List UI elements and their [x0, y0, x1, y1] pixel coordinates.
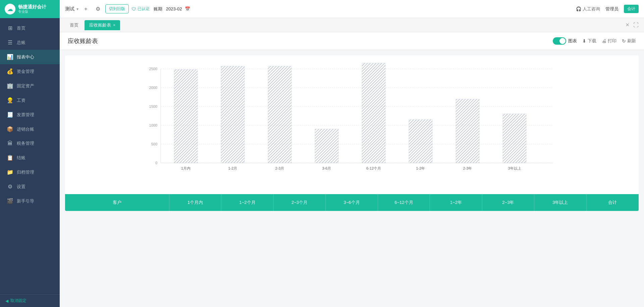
th-1month: 1个月内 [169, 194, 221, 211]
cancel-fixed-icon: ◀ [5, 299, 8, 303]
sidebar-item-tax[interactable]: 🏛 税务管理 [0, 136, 60, 150]
project-chevron-icon: ▾ [76, 7, 78, 11]
assets-icon: 🏢 [7, 83, 13, 89]
sidebar-nav: ⊞ 首页 ☰ 总账 📊 报表中心 💰 资金管理 🏢 固定资产 [0, 18, 60, 211]
sidebar-item-archive[interactable]: 📁 归档管理 [0, 165, 60, 179]
shield-icon: 🛡 [131, 6, 136, 12]
svg-rect-23 [362, 63, 385, 163]
chart-container: 0 500 1000 1500 2000 2500 1月内 1-2月 [65, 55, 639, 194]
sales-icon: 📦 [7, 126, 13, 132]
reports-icon: 📊 [7, 54, 13, 60]
settings-button[interactable]: ⚙ [93, 4, 103, 14]
download-icon: ⬇ [582, 38, 586, 44]
download-button[interactable]: ⬇ 下载 [582, 38, 596, 44]
chart-toggle[interactable] [553, 37, 566, 45]
sidebar-item-label: 资金管理 [17, 69, 34, 75]
sidebar-item-guide[interactable]: 🎬 新手引导 [0, 194, 60, 208]
topbar: 测试 ▾ + ⚙ 切到旧版 🛡 已认证 账期 2023-02 📅 🎧 人工咨询 … [60, 0, 644, 18]
svg-text:500: 500 [151, 142, 157, 146]
svg-rect-25 [409, 120, 432, 163]
logo-icon: ☁ [5, 4, 15, 14]
period-value: 2023-02 [166, 6, 182, 11]
sidebar-item-label: 进销台账 [17, 126, 34, 132]
funds-icon: 💰 [7, 68, 13, 75]
sidebar-item-label: 税务管理 [17, 140, 34, 146]
headset-icon: 🎧 [576, 6, 581, 11]
page-title: 应收账龄表 [68, 37, 98, 45]
project-selector[interactable]: 测试 ▾ [65, 6, 78, 12]
logo-sub: 专业版 [18, 9, 46, 14]
svg-text:3年以上: 3年以上 [508, 166, 521, 170]
th-2to3year: 2~3年 [482, 194, 534, 211]
th-1to2month: 1~2个月 [221, 194, 273, 211]
refresh-icon: ↻ [622, 38, 626, 44]
sidebar-item-funds[interactable]: 💰 资金管理 [0, 64, 60, 79]
th-1to2year: 1~2年 [430, 194, 482, 211]
certified-badge: 🛡 已认证 [131, 6, 150, 12]
invoice-icon: 🧾 [7, 112, 13, 118]
sidebar-item-reports[interactable]: 📊 报表中心 [0, 50, 60, 64]
sidebar-scroll-area: ⊞ 首页 ☰ 总账 📊 报表中心 💰 资金管理 🏢 固定资产 [0, 18, 60, 294]
home-icon: ⊞ [7, 25, 13, 31]
ledger-icon: ☰ [7, 39, 13, 46]
window-expand-icon[interactable]: ⛶ [633, 22, 639, 28]
tabbar: 首页 应收账龄表 × × ⛶ [60, 18, 644, 32]
switch-version-button[interactable]: 切到旧版 [105, 4, 129, 13]
consult-label: 人工咨询 [583, 6, 600, 12]
salary-icon: 👷 [7, 97, 13, 103]
window-close-icon[interactable]: × [626, 21, 629, 29]
svg-text:0: 0 [155, 161, 157, 165]
calendar-icon[interactable]: 📅 [185, 6, 190, 11]
sidebar-item-label: 结账 [17, 155, 25, 161]
svg-text:1-2月: 1-2月 [228, 166, 237, 170]
topbar-right: 🎧 人工咨询 管理员 会计 [576, 5, 639, 13]
table-header: 客户 1个月内 1~2个月 2~3个月 3~6个月 6~12个月 1~2年 2~… [65, 194, 639, 211]
sidebar-item-salary[interactable]: 👷 工资 [0, 93, 60, 107]
sidebar-item-label: 报表中心 [17, 54, 34, 60]
sidebar-item-closing[interactable]: 📋 结账 [0, 150, 60, 165]
svg-rect-15 [174, 70, 198, 163]
tab-aging-label: 应收账龄表 [89, 22, 111, 28]
guide-icon: 🎬 [7, 198, 13, 204]
cancel-fixed-label: 取消固定 [10, 298, 26, 304]
svg-rect-27 [456, 99, 479, 163]
svg-text:1500: 1500 [149, 104, 157, 108]
chart-toggle-label: 图表 [568, 38, 577, 44]
sidebar: ☁ 畅捷通好会计 专业版 ⊞ 首页 ☰ 总账 📊 报表中心 [0, 0, 60, 307]
sidebar-item-ledger[interactable]: ☰ 总账 [0, 35, 60, 50]
tab-close-icon[interactable]: × [113, 23, 115, 28]
closing-icon: 📋 [7, 155, 13, 161]
th-2to3month: 2~3个月 [274, 194, 326, 211]
sidebar-item-label: 总账 [17, 40, 25, 46]
sidebar-item-home[interactable]: ⊞ 首页 [0, 21, 60, 35]
sidebar-item-label: 固定资产 [17, 83, 34, 89]
svg-text:2500: 2500 [149, 67, 157, 71]
sidebar-item-invoice[interactable]: 🧾 发票管理 [0, 107, 60, 122]
sidebar-item-sales[interactable]: 📦 进销台账 [0, 122, 60, 136]
sidebar-item-settings[interactable]: ⚙ 设置 [0, 179, 60, 194]
user-label[interactable]: 管理员 [605, 6, 619, 12]
chart-toggle-wrap: 图表 [553, 37, 577, 45]
add-button[interactable]: + [81, 4, 91, 14]
th-3to6month: 3~6个月 [326, 194, 378, 211]
sidebar-item-assets[interactable]: 🏢 固定资产 [0, 79, 60, 93]
svg-text:1-2年: 1-2年 [416, 166, 425, 170]
sidebar-item-label: 新手引导 [17, 198, 34, 204]
tab-home[interactable]: 首页 [65, 20, 83, 30]
svg-text:2000: 2000 [149, 86, 157, 90]
svg-text:6-12个月: 6-12个月 [366, 166, 381, 170]
table-container: 客户 1个月内 1~2个月 2~3个月 3~6个月 6~12个月 1~2年 2~… [65, 194, 639, 211]
svg-text:2-3月: 2-3月 [275, 166, 284, 170]
cancel-fixed-btn[interactable]: ◀ 取消固定 [0, 294, 60, 307]
period-label: 账期 2023-02 [154, 6, 182, 12]
print-button[interactable]: 🖨 打印 [602, 38, 616, 44]
project-name: 测试 [65, 6, 74, 12]
consult-button[interactable]: 🎧 人工咨询 [576, 6, 600, 12]
refresh-button[interactable]: ↻ 刷新 [622, 38, 636, 44]
th-customer: 客户 [65, 194, 169, 211]
tab-home-label: 首页 [70, 22, 78, 28]
settings-icon: ⚙ [7, 183, 13, 190]
svg-text:3-6月: 3-6月 [322, 166, 331, 170]
tab-aging[interactable]: 应收账龄表 × [85, 20, 120, 30]
tax-icon: 🏛 [7, 140, 13, 146]
